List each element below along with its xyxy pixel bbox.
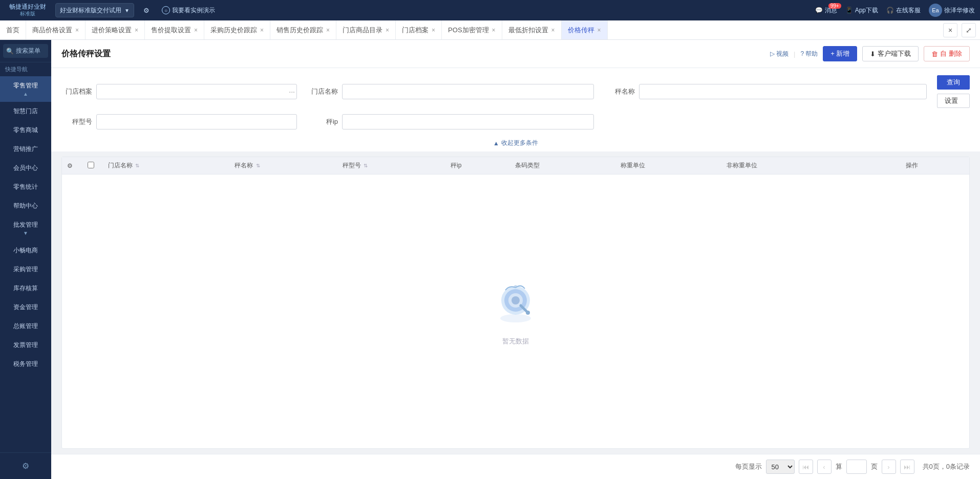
tab-close-store-catalog[interactable]: × (386, 27, 389, 34)
help-label: 帮助 (805, 50, 818, 58)
delete-btn[interactable]: 🗑 自 删除 (924, 46, 970, 61)
store-profile-label: 门店档案 (61, 87, 92, 96)
sidebar-item-label-member-center: 会员中心 (13, 164, 38, 172)
sidebar-search-label: 搜索菜单 (16, 47, 40, 55)
tab-close-sale-extract[interactable]: × (194, 27, 198, 34)
svg-point-7 (514, 285, 517, 288)
col-barcode-type: 条码类型 (510, 157, 616, 175)
sidebar-item-purchase-mgmt[interactable]: 采购管理 (0, 260, 51, 279)
demo-btn[interactable]: ○ 我要看实例演示 (162, 6, 215, 15)
sidebar-search-btn[interactable]: 🔍 搜索菜单 (3, 44, 48, 58)
sort-scale-model-icon[interactable]: ⇅ (364, 163, 368, 168)
tab-close-sale-history[interactable]: × (326, 27, 330, 34)
user-area[interactable]: Ea 徐泽华修改 (929, 4, 975, 17)
settings-icon-btn[interactable]: ⚙ (139, 3, 154, 17)
tab-close-price-relay[interactable]: × (598, 27, 601, 34)
avatar: Ea (929, 4, 942, 17)
tab-close-purchase-strategy[interactable]: × (135, 27, 138, 34)
table-settings-icon[interactable]: ⚙ (67, 162, 73, 169)
download-btn[interactable]: ⬇ 客户端下载 (862, 46, 919, 61)
scale-name-input[interactable] (639, 84, 927, 99)
app-download-btn[interactable]: 📱 App下载 (845, 6, 878, 15)
message-btn[interactable]: 💬 消息 99+ (815, 6, 837, 15)
sidebar-item-help-center[interactable]: 帮助中心 (0, 197, 51, 215)
tab-store-catalog[interactable]: 门店商品目录 × (336, 20, 396, 40)
search-icon: 🔍 (6, 48, 14, 55)
version-label: 好业财标准版交付试用 (60, 6, 121, 15)
settings-btn[interactable]: 设置 (937, 94, 970, 108)
sidebar-item-smart-store[interactable]: 智慧门店 (0, 102, 51, 121)
page-header: 价格传秤设置 ▷ 视频 | ? 帮助 + 新增 ⬇ 客户端下载 (51, 40, 980, 68)
sort-scale-name-icon[interactable]: ⇅ (256, 163, 260, 168)
tab-sale-history[interactable]: 销售历史价跟踪 × (270, 20, 336, 40)
app-download-label: App下载 (855, 6, 878, 15)
version-select[interactable]: 好业财标准版交付试用 ▼ (55, 3, 134, 17)
scale-ip-label: 秤ip (307, 117, 338, 126)
tab-store-profile[interactable]: 门店档案 × (396, 20, 442, 40)
svg-point-4 (512, 296, 520, 304)
tab-price-relay[interactable]: 价格传秤 × (562, 20, 608, 40)
sidebar-settings-btn[interactable]: ⚙ (0, 457, 51, 475)
page-input[interactable]: 1 (846, 460, 867, 474)
page-info: 共0页，0条记录 (923, 462, 970, 471)
sidebar-item-invoice[interactable]: 发票管理 (0, 336, 51, 355)
sidebar-item-inventory[interactable]: 库存核算 (0, 279, 51, 298)
last-page-btn[interactable]: ⏭ (900, 460, 914, 474)
add-btn[interactable]: + 新增 (823, 46, 857, 61)
sidebar-item-marketing[interactable]: 营销推广 (0, 140, 51, 159)
store-profile-ellipsis-btn[interactable]: ··· (289, 88, 295, 96)
version-arrow-icon: ▼ (124, 8, 130, 13)
col-action: 操作 (901, 157, 969, 175)
tab-min-discount[interactable]: 最低折扣设置 × (502, 20, 562, 40)
tab-expand-btn[interactable]: ⤢ (962, 23, 976, 37)
first-page-btn[interactable]: ⏮ (799, 460, 813, 474)
video-link-btn[interactable]: ▷ 视频 (770, 50, 789, 58)
tab-home[interactable]: 首页 (0, 20, 26, 40)
collapse-bar[interactable]: ▲ 收起更多条件 (61, 136, 970, 151)
online-service-btn[interactable]: 🎧 在线客服 (886, 6, 921, 15)
sidebar-item-retail-stats[interactable]: 零售统计 (0, 178, 51, 197)
tab-close-pos-management[interactable]: × (492, 27, 496, 34)
next-page-btn[interactable]: › (882, 460, 896, 474)
sort-store-name-icon[interactable]: ⇅ (135, 163, 139, 168)
sidebar-item-member-center[interactable]: 会员中心 (0, 159, 51, 178)
sidebar-item-label-retail-mall: 零售商城 (13, 126, 38, 135)
sidebar-item-wholesale-mgmt[interactable]: 批发管理 ▼ (0, 215, 51, 241)
scale-model-input[interactable] (96, 114, 297, 129)
tab-close-store-profile[interactable]: × (432, 27, 435, 34)
tab-pos-management[interactable]: POS加密管理 × (442, 20, 502, 40)
sidebar-item-tax[interactable]: 税务管理 (0, 355, 51, 374)
prev-page-btn[interactable]: ‹ (817, 460, 832, 474)
tab-sale-extract[interactable]: 售价提取设置 × (145, 20, 204, 40)
sidebar-item-label-general-ledger: 总账管理 (13, 322, 38, 331)
top-right: 💬 消息 99+ 📱 App下载 🎧 在线客服 Ea 徐泽华修改 (815, 4, 975, 17)
help-link-btn[interactable]: ? 帮助 (800, 50, 818, 58)
col-scale-model: 秤型号 ⇅ (337, 157, 445, 175)
top-bar: 畅捷通好业财 标准版 好业财标准版交付试用 ▼ ⚙ ○ 我要看实例演示 💬 消息… (0, 0, 980, 20)
tab-price-setting[interactable]: 商品价格设置 × (26, 20, 86, 40)
select-all-checkbox[interactable] (88, 162, 94, 168)
sidebar-item-xiaochang-ec[interactable]: 小畅电商 (0, 241, 51, 260)
tab-close-all-btn[interactable]: × (943, 23, 957, 37)
sidebar-item-finance[interactable]: 资金管理 (0, 298, 51, 317)
user-name: 徐泽华修改 (944, 6, 975, 15)
store-name-input[interactable] (342, 84, 594, 99)
tab-purchase-strategy[interactable]: 进价策略设置 × (86, 20, 145, 40)
tab-purchase-history[interactable]: 采购历史价跟踪 × (204, 20, 270, 40)
sidebar-item-general-ledger[interactable]: 总账管理 (0, 317, 51, 336)
sidebar-item-label-purchase-mgmt: 采购管理 (13, 265, 38, 274)
sidebar-item-retail-mgmt[interactable]: 零售管理 ▲ (0, 76, 51, 102)
sidebar-item-retail-mall[interactable]: 零售商城 (0, 121, 51, 140)
page-size-select[interactable]: 10 20 50 100 (766, 460, 795, 474)
scale-ip-input[interactable] (342, 114, 594, 129)
avatar-initials: Ea (932, 7, 939, 13)
filter-field-scale-model: 秤型号 (61, 114, 297, 129)
sidebar-bottom: ⚙ (0, 452, 51, 479)
tab-close-purchase-history[interactable]: × (260, 27, 264, 34)
demo-circle-icon: ○ (162, 6, 170, 14)
query-btn[interactable]: 查询 (937, 75, 970, 90)
store-profile-input[interactable] (96, 84, 297, 99)
tab-close-price-setting[interactable]: × (75, 27, 79, 34)
tab-close-min-discount[interactable]: × (551, 27, 555, 34)
sidebar-item-label-tax: 税务管理 (13, 360, 38, 368)
